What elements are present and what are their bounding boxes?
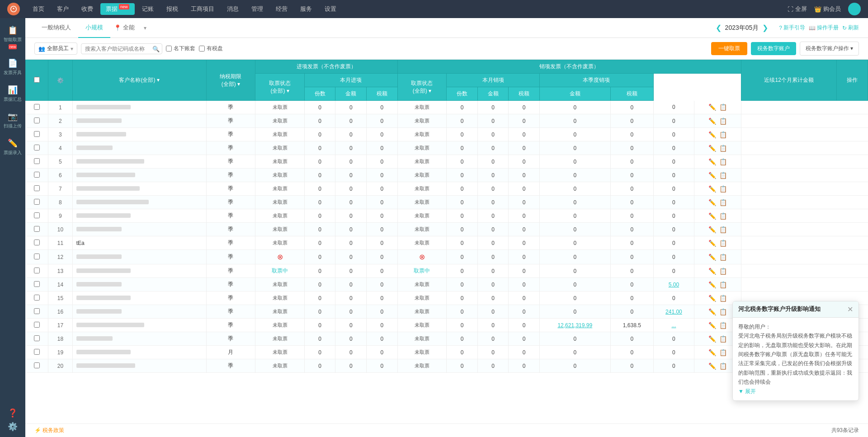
copy-icon[interactable]: 📋	[719, 362, 727, 370]
edit-icon[interactable]: ✏️	[708, 103, 716, 111]
chevron-down-icon[interactable]: ▾	[144, 25, 146, 31]
row-checkbox[interactable]	[34, 254, 40, 259]
td-checkbox[interactable]	[26, 155, 48, 169]
th-customer-name[interactable]: 客户名称(全部) ▾	[72, 60, 206, 101]
search-icon[interactable]: 🔍	[152, 45, 160, 52]
tax-policy-link[interactable]: ⚡ 税务政策	[34, 427, 64, 434]
td-checkbox[interactable]	[26, 278, 48, 291]
edit-icon[interactable]: ✏️	[708, 158, 716, 165]
year-amount-val[interactable]: ...	[671, 322, 676, 329]
edit-icon[interactable]: ✏️	[708, 212, 716, 220]
fullscreen-btn[interactable]: ⛶ 全屏	[788, 5, 807, 13]
copy-icon[interactable]: 📋	[719, 281, 727, 288]
row-checkbox[interactable]	[34, 349, 40, 355]
nav-operations[interactable]: 经营	[270, 3, 293, 15]
td-checkbox[interactable]	[26, 169, 48, 182]
row-checkbox[interactable]	[34, 362, 40, 368]
tab-small-scale[interactable]: 小规模	[78, 18, 110, 38]
edit-icon[interactable]: ✏️	[708, 226, 716, 233]
nav-tax[interactable]: 报税	[161, 3, 184, 15]
edit-icon[interactable]: ✏️	[708, 131, 716, 138]
user-avatar[interactable]	[848, 3, 861, 15]
td-checkbox[interactable]	[26, 332, 48, 346]
copy-icon[interactable]: 📋	[719, 212, 727, 220]
edit-icon[interactable]: ✏️	[708, 295, 716, 302]
settings-icon[interactable]: ⚙️	[8, 422, 18, 432]
edit-icon[interactable]: ✏️	[708, 172, 716, 179]
th-tax-period[interactable]: 纳税期限(全部) ▾	[206, 60, 255, 101]
sidebar-item-smart-ticket[interactable]: 📋 智能取票 new	[1, 22, 24, 53]
nav-business[interactable]: 工商项目	[185, 3, 220, 15]
edit-icon[interactable]: ✏️	[708, 335, 716, 343]
manual-link[interactable]: 📖 操作手册	[809, 24, 839, 32]
td-checkbox[interactable]	[26, 128, 48, 141]
search-input[interactable]	[81, 43, 162, 54]
nav-client[interactable]: 客户	[52, 3, 74, 15]
copy-icon[interactable]: 📋	[719, 131, 727, 138]
td-checkbox[interactable]	[26, 291, 48, 305]
copy-icon[interactable]: 📋	[719, 117, 727, 125]
row-checkbox[interactable]	[34, 268, 40, 273]
td-checkbox[interactable]	[26, 305, 48, 319]
row-checkbox[interactable]	[34, 308, 40, 314]
nav-bookkeeping[interactable]: 记账	[137, 3, 159, 15]
th-in-status[interactable]: 取票状态(全部) ▾	[255, 74, 305, 101]
copy-icon[interactable]: 📋	[719, 103, 727, 111]
checkbox-subaccount[interactable]: 名下账套	[166, 45, 195, 52]
checkbox-taxdisk[interactable]: 有税盘	[199, 45, 223, 52]
td-checkbox[interactable]	[26, 196, 48, 209]
copy-icon[interactable]: 📋	[719, 295, 727, 302]
subaccount-checkbox[interactable]	[166, 46, 172, 52]
copy-icon[interactable]: 📋	[719, 199, 727, 206]
td-checkbox[interactable]	[26, 209, 48, 223]
row-checkbox[interactable]	[34, 240, 40, 245]
special-amount[interactable]: 12,621,319.99	[557, 322, 592, 329]
row-checkbox[interactable]	[34, 117, 40, 123]
copy-icon[interactable]: 📋	[719, 349, 727, 356]
copy-icon[interactable]: 📋	[719, 335, 727, 343]
sidebar-item-invoice-summary[interactable]: 📊 票据汇总	[1, 81, 24, 106]
tax-digital-btn[interactable]: 税务数字账户	[751, 42, 796, 55]
nav-home[interactable]: 首页	[27, 3, 50, 15]
copy-icon[interactable]: 📋	[719, 145, 727, 152]
row-checkbox[interactable]	[34, 145, 40, 150]
next-month-btn[interactable]: ❯	[762, 23, 768, 32]
tab-all[interactable]: 全能	[123, 18, 142, 38]
row-checkbox[interactable]	[34, 295, 40, 301]
tab-general-taxpayer[interactable]: 一般纳税人	[34, 18, 78, 38]
row-checkbox[interactable]	[34, 104, 40, 110]
edit-icon[interactable]: ✏️	[708, 362, 716, 370]
edit-icon[interactable]: ✏️	[708, 240, 716, 247]
row-checkbox[interactable]	[34, 322, 40, 328]
refresh-btn[interactable]: ↻ 刷新	[842, 24, 859, 32]
nav-manage[interactable]: 管理	[246, 3, 269, 15]
employee-select[interactable]: 👥 全部员工 ▾	[34, 42, 77, 55]
row-checkbox[interactable]	[34, 199, 40, 205]
year-amount-val[interactable]: 241.00	[665, 309, 682, 315]
row-checkbox[interactable]	[34, 335, 40, 341]
copy-icon[interactable]: 📋	[719, 322, 727, 329]
row-checkbox[interactable]	[34, 131, 40, 137]
tax-operation-btn[interactable]: 税务数字账户操作 ▾	[800, 42, 859, 56]
year-amount-val[interactable]: 5.00	[669, 282, 679, 288]
copy-icon[interactable]: 📋	[719, 226, 727, 233]
edit-icon[interactable]: ✏️	[708, 117, 716, 125]
copy-icon[interactable]: 📋	[719, 268, 727, 275]
edit-icon[interactable]: ✏️	[708, 349, 716, 356]
nav-service[interactable]: 服务	[295, 3, 317, 15]
th-settings[interactable]: ⚙️	[48, 60, 73, 101]
sidebar-item-invoice-issue[interactable]: 📄 发票开具	[1, 55, 24, 80]
copy-icon[interactable]: 📋	[719, 254, 727, 261]
row-checkbox[interactable]	[34, 172, 40, 178]
prev-month-btn[interactable]: ❮	[716, 23, 722, 32]
copy-icon[interactable]: 📋	[719, 185, 727, 193]
new-guide-link[interactable]: ? 新手引导	[779, 24, 805, 32]
copy-icon[interactable]: 📋	[719, 308, 727, 315]
row-checkbox[interactable]	[34, 158, 40, 164]
edit-icon[interactable]: ✏️	[708, 268, 716, 275]
edit-icon[interactable]: ✏️	[708, 322, 716, 329]
taxdisk-checkbox[interactable]	[199, 46, 205, 52]
vip-btn[interactable]: 👑 购会员	[814, 5, 841, 13]
th-out-status[interactable]: 取票状态(全部) ▾	[397, 74, 447, 101]
th-checkbox[interactable]	[26, 60, 48, 101]
